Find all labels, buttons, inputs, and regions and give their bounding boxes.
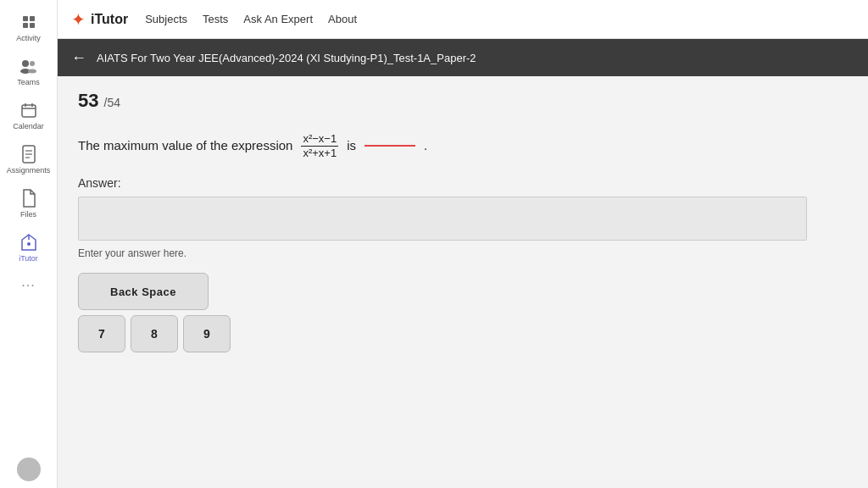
sidebar-item-activity-label: Activity (16, 34, 41, 42)
sidebar-item-activity[interactable]: Activity (0, 7, 57, 47)
svg-point-4 (22, 60, 29, 67)
back-button[interactable]: ← (71, 49, 86, 67)
answer-input-box[interactable] (78, 197, 807, 241)
keypad-row-1: 7 8 9 (78, 315, 332, 352)
sidebar-item-calendar-label: Calendar (13, 122, 44, 130)
calendar-icon (19, 100, 39, 120)
helper-text: Enter your answer here. (78, 247, 848, 259)
topnav-subjects[interactable]: Subjects (145, 13, 187, 25)
sidebar-item-teams[interactable]: Teams (0, 51, 57, 92)
question-text: The maximum value of the expression x²−x… (78, 132, 848, 159)
logo: ✦ iTutor (71, 9, 128, 30)
question-text-before: The maximum value of the expression (78, 136, 292, 156)
sidebar-item-teams-label: Teams (17, 78, 40, 86)
sidebar-item-files[interactable]: Files (0, 183, 57, 224)
sidebar-item-files-label: Files (20, 210, 36, 219)
topnav-ask-expert[interactable]: Ask An Expert (243, 13, 313, 25)
sidebar-item-assignments-label: Assignments (7, 166, 51, 175)
keypad-row-backspace: Back Space (78, 273, 332, 310)
sidebar-item-assignments[interactable]: Assignments (0, 139, 57, 180)
svg-point-7 (28, 69, 36, 74)
svg-point-5 (30, 61, 35, 66)
sidebar: Activity Teams Calendar (0, 0, 58, 488)
logo-icon: ✦ (71, 9, 86, 30)
sidebar-item-calendar[interactable]: Calendar (0, 95, 57, 136)
topnav: ✦ iTutor Subjects Tests Ask An Expert Ab… (58, 0, 868, 39)
content-area: 53 /54 The maximum value of the expressi… (58, 76, 868, 488)
topnav-links: Subjects Tests Ask An Expert About (145, 13, 357, 25)
logo-text: iTutor (91, 12, 128, 27)
files-icon (19, 188, 39, 208)
breadcrumb-text: AIATS For Two Year JEE(Advanced)-2024 (X… (97, 52, 476, 64)
main-content: ✦ iTutor Subjects Tests Ask An Expert Ab… (58, 0, 868, 488)
answer-blank (364, 145, 415, 147)
topnav-about[interactable]: About (328, 13, 357, 25)
svg-rect-8 (22, 105, 36, 117)
key-9[interactable]: 9 (183, 315, 231, 352)
key-7[interactable]: 7 (78, 315, 125, 352)
assignments-icon (19, 144, 39, 164)
sidebar-more[interactable]: ... (21, 274, 35, 290)
sidebar-bottom (17, 458, 41, 488)
question-total: /54 (104, 96, 120, 109)
teams-icon (19, 56, 39, 76)
question-text-after: is (347, 136, 356, 156)
topnav-tests[interactable]: Tests (203, 13, 228, 25)
svg-rect-1 (30, 16, 35, 21)
key-8[interactable]: 8 (131, 315, 178, 352)
answer-label: Answer: (78, 176, 848, 190)
svg-rect-3 (30, 23, 35, 28)
fraction-denominator: x²+x+1 (301, 147, 338, 160)
keypad: Back Space 7 8 9 (78, 273, 332, 352)
fraction-numerator: x²−x−1 (301, 132, 338, 147)
fraction: x²−x−1 x²+x+1 (301, 132, 338, 159)
svg-rect-2 (23, 23, 28, 28)
breadcrumb-bar: ← AIATS For Two Year JEE(Advanced)-2024 … (58, 39, 868, 76)
backspace-button[interactable]: Back Space (78, 273, 209, 310)
sidebar-item-itutor[interactable]: iTutor (0, 227, 57, 268)
itutor-icon (19, 232, 39, 252)
svg-rect-0 (23, 16, 28, 21)
sidebar-item-itutor-label: iTutor (19, 254, 38, 263)
activity-icon (19, 12, 39, 32)
question-number: 53 /54 (78, 90, 848, 112)
svg-point-17 (27, 242, 31, 246)
